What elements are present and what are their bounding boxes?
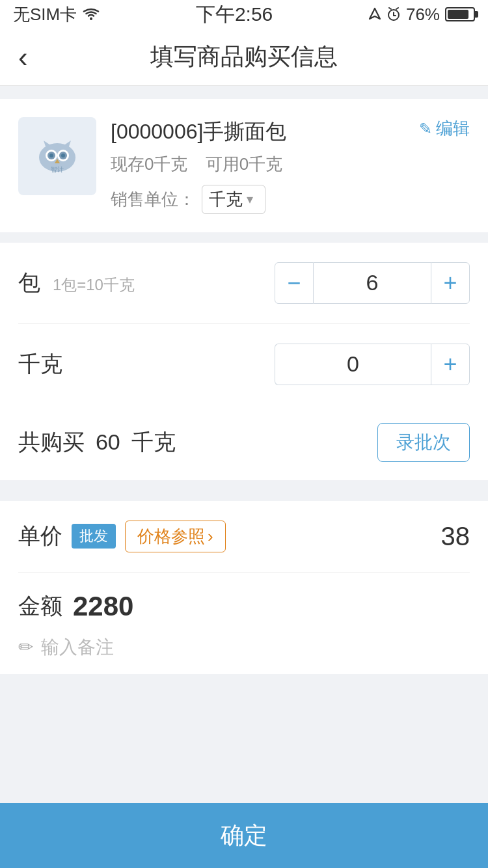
svg-marker-1 <box>370 8 380 19</box>
price-section: 单价 批发 价格参照 › 38 <box>0 501 488 573</box>
status-right: 76% <box>368 5 475 25</box>
bao-input-control: − + <box>275 262 470 304</box>
qianke-input-control: + <box>275 344 470 385</box>
note-row[interactable]: ✏ 输入备注 <box>18 635 470 660</box>
note-placeholder: 输入备注 <box>41 635 114 660</box>
product-info: [0000006]手撕面包 现存0千克 可用0千克 销售单位： 千克 ▾ <box>111 117 470 214</box>
price-ref-button[interactable]: 价格参照 › <box>125 521 226 552</box>
product-unit-row: 销售单位： 千克 ▾ <box>111 185 470 214</box>
edit-icon: ✎ <box>419 120 432 138</box>
status-bar: 无SIM卡 下午2:56 76% <box>0 0 488 29</box>
svg-point-0 <box>90 18 92 20</box>
battery-percent: 76% <box>406 5 440 25</box>
summary-value: 60 <box>96 429 120 454</box>
product-card: 智计 [0000006]手撕面包 现存0千克 可用0千克 销售单位： 千克 ▾ … <box>0 99 488 232</box>
bao-label-group: 包 1包=10千克 <box>18 268 135 298</box>
summary-row: 共购买 60 千克 录批次 <box>0 405 488 480</box>
qianke-input[interactable] <box>275 344 431 385</box>
summary-unit: 千克 <box>131 429 176 454</box>
amount-row: 金额 2280 <box>18 591 470 622</box>
location-icon <box>368 7 381 21</box>
price-ref-arrow: › <box>208 526 213 547</box>
batch-button[interactable]: 录批次 <box>377 423 470 462</box>
product-stock: 现存0千克 可用0千克 <box>111 153 470 176</box>
battery-icon <box>445 7 475 21</box>
svg-line-5 <box>389 8 391 9</box>
carrier-text: 无SIM卡 <box>13 3 77 26</box>
price-label: 单价 <box>18 521 62 551</box>
back-button[interactable]: ‹ <box>18 43 28 72</box>
bao-sublabel: 1包=10千克 <box>53 276 135 293</box>
status-left: 无SIM卡 <box>13 3 100 26</box>
separator-1 <box>0 232 488 243</box>
unit-select[interactable]: 千克 ▾ <box>202 185 265 214</box>
separator-2 <box>0 480 488 491</box>
bao-input-row: 包 1包=10千克 − + <box>18 243 470 324</box>
bao-label: 包 <box>18 270 40 295</box>
alarm-icon <box>386 7 401 21</box>
nav-bar: ‹ 填写商品购买信息 <box>0 29 488 86</box>
summary-text-group: 共购买 60 千克 <box>18 427 176 457</box>
page-title: 填写商品购买信息 <box>150 41 338 73</box>
product-logo-icon: 智计 <box>34 138 80 174</box>
confirm-bar[interactable]: 确定 <box>0 803 488 868</box>
svg-point-12 <box>49 154 53 157</box>
qianke-label: 千克 <box>18 349 62 379</box>
edit-button[interactable]: ✎ 编辑 <box>419 117 470 140</box>
price-value: 38 <box>441 522 470 551</box>
summary-label: 共购买 <box>18 429 85 454</box>
qianke-plus-button[interactable]: + <box>431 344 470 385</box>
svg-text:智计: 智计 <box>51 166 64 173</box>
confirm-button[interactable]: 确定 <box>221 820 267 852</box>
qianke-input-row: 千克 + <box>18 324 470 405</box>
wifi-icon <box>82 8 100 21</box>
status-time: 下午2:56 <box>196 1 273 28</box>
price-row: 单价 批发 价格参照 › 38 <box>18 501 470 573</box>
svg-point-13 <box>61 154 65 157</box>
product-image: 智计 <box>18 117 96 195</box>
product-name: [0000006]手撕面包 <box>111 117 470 146</box>
note-icon: ✏ <box>18 636 33 658</box>
svg-line-6 <box>396 8 398 9</box>
bao-minus-button[interactable]: − <box>275 262 314 304</box>
amount-value: 2280 <box>73 591 133 622</box>
amount-label: 金额 <box>18 591 62 621</box>
input-section: 包 1包=10千克 − + 千克 + <box>0 243 488 405</box>
price-ref-label: 价格参照 <box>137 525 205 548</box>
amount-section: 金额 2280 ✏ 输入备注 <box>0 573 488 674</box>
unit-dropdown-arrow: ▾ <box>247 191 253 207</box>
bao-input[interactable] <box>314 262 431 304</box>
price-tag: 批发 <box>72 524 116 549</box>
bao-plus-button[interactable]: + <box>431 262 470 304</box>
